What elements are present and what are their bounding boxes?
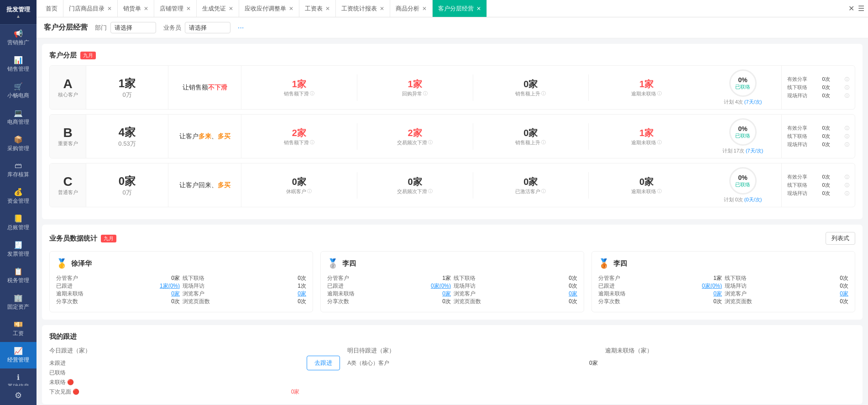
- biz-card-1: 🥈 李四 分管客户 1家 已跟进 0家(0%) 逾期未联络 0家 分享次数 0次…: [320, 251, 584, 312]
- tab-salary-report[interactable]: 工资统计报表✕: [336, 0, 390, 17]
- tab-close-salary-report[interactable]: ✕: [380, 5, 384, 12]
- goto-followup-container: 去跟进: [307, 347, 340, 397]
- department-select[interactable]: 请选择: [110, 22, 156, 33]
- biz-stat-val-1-0-l: 1家: [442, 274, 451, 282]
- side-info-icon-1[interactable]: ⓘ: [845, 84, 849, 91]
- sidebar-item-caigou[interactable]: 📦采购管理: [0, 131, 37, 157]
- contact-period-c[interactable]: (0天/次): [744, 197, 762, 202]
- biz-stat-val-2-1-l[interactable]: 0家(0%): [702, 282, 722, 290]
- info-icon[interactable]: ⓘ: [428, 188, 433, 195]
- biz-stats-grid-0: 分管客户 0家 已跟进 1家(0%) 逾期未联络 0家 分享次数 0次 线下联络…: [56, 274, 306, 305]
- sidebar-item-gongzi[interactable]: 💴工资: [0, 316, 37, 342]
- sidebar-item-xiaoshou[interactable]: 📊销售管理: [0, 51, 37, 78]
- follow-row: 已联络: [49, 368, 299, 378]
- tab-salary[interactable]: 工资表✕: [299, 0, 336, 17]
- side-info-icon-2[interactable]: ⓘ: [845, 93, 849, 99]
- biz-stat-val-1-1-l[interactable]: 0家(0%): [431, 282, 451, 290]
- window-close-icon[interactable]: ✕: [848, 4, 854, 13]
- info-icon[interactable]: ⓘ: [428, 139, 433, 146]
- sidebar-item-gudingzichan[interactable]: 🏢固定资产: [0, 289, 37, 316]
- sidebar-item-jingying[interactable]: 📈经营管理: [0, 342, 37, 368]
- biz-stat-val-1-2-r[interactable]: 0家: [569, 290, 577, 298]
- side-stat-label-1: 线下联络: [787, 133, 807, 140]
- info-icon[interactable]: ⓘ: [657, 90, 662, 97]
- info-icon[interactable]: ⓘ: [310, 139, 314, 146]
- sidebar-item-zijin[interactable]: 💰资金管理: [0, 183, 37, 210]
- tab-home[interactable]: 首页: [40, 0, 63, 17]
- info-icon[interactable]: ⓘ: [310, 90, 314, 97]
- tab-close-customer-segment[interactable]: ✕: [476, 5, 481, 12]
- biz-stat-val-0-2-r[interactable]: 0家: [298, 290, 306, 298]
- tab-label-salary: 工资表: [305, 5, 323, 13]
- biz-stat-val-0-0-r: 0次: [298, 274, 306, 282]
- tab-payable[interactable]: 应收应付调整单✕: [239, 0, 299, 17]
- sidebar-item-dianshang[interactable]: 💻电商管理: [0, 104, 37, 131]
- window-menu-icon[interactable]: ☰: [858, 4, 864, 13]
- side-stat-label-2: 现场拜访: [787, 92, 807, 99]
- info-icon[interactable]: ⓘ: [541, 188, 546, 195]
- biz-stat-label-1-3-r: 浏览页面数: [454, 298, 481, 305]
- tab-close-sales-order[interactable]: ✕: [144, 5, 148, 12]
- sidebar-logo[interactable]: 批发管理 ▲: [0, 0, 37, 25]
- biz-stat-left-2-1: 已跟进 0家(0%): [598, 282, 722, 290]
- department-label: 部门: [95, 24, 107, 32]
- tab-customer-segment[interactable]: 客户分层经营✕: [433, 0, 487, 17]
- more-filters-icon[interactable]: ···: [238, 24, 244, 32]
- biz-stat-val-0-1-l[interactable]: 1家(0%): [160, 282, 180, 290]
- side-info-icon-1[interactable]: ⓘ: [845, 182, 849, 189]
- biz-stat-label-0-0-r: 线下联络: [183, 274, 204, 282]
- info-icon[interactable]: ⓘ: [541, 139, 546, 146]
- biz-stat-label-0-3-r: 浏览页面数: [183, 298, 210, 305]
- biz-stat-val-2-1-r: 0次: [840, 282, 848, 290]
- tier-b-stat-num-2: 0家: [523, 127, 538, 139]
- tier-a-stat-num-3: 1家: [639, 78, 654, 90]
- side-info-icon-1[interactable]: ⓘ: [845, 133, 849, 140]
- tab-sales-order[interactable]: 销货单✕: [118, 0, 154, 17]
- side-info-icon-0[interactable]: ⓘ: [845, 174, 849, 180]
- sidebar-label-fapiao: 发票管理: [7, 250, 29, 258]
- tab-store-mgmt[interactable]: 店铺管理✕: [154, 0, 197, 17]
- sidebar-item-fapiao[interactable]: 🧾发票管理: [0, 236, 37, 263]
- sidebar-item-jichu[interactable]: ℹ基础信息: [0, 368, 37, 386]
- biz-stats-right-1: 线下联络 0次 现场拜访 0次 浏览客户 0家 浏览页面数 0次: [454, 274, 577, 305]
- salesperson-select[interactable]: 请选择: [185, 22, 230, 33]
- side-info-icon-0[interactable]: ⓘ: [845, 125, 849, 131]
- tier-a-stat-num-1: 1家: [408, 78, 422, 90]
- list-view-button[interactable]: 列表式: [826, 232, 855, 245]
- sidebar-item-shuiwu[interactable]: 📋税务管理: [0, 263, 37, 289]
- tab-close-store-products[interactable]: ✕: [107, 5, 112, 12]
- side-info-icon-2[interactable]: ⓘ: [845, 190, 849, 197]
- info-icon[interactable]: ⓘ: [423, 90, 428, 97]
- tab-product-analysis[interactable]: 商品分析✕: [390, 0, 433, 17]
- biz-stat-val-0-2-l[interactable]: 0家: [171, 290, 180, 298]
- tab-close-salary[interactable]: ✕: [325, 5, 330, 12]
- sidebar-item-kucun[interactable]: 🗃库存核算: [0, 157, 37, 183]
- tab-store-products[interactable]: 门店商品目录✕: [63, 0, 118, 17]
- contact-period-b[interactable]: (7天/次): [746, 148, 763, 153]
- contact-period-a[interactable]: (7天/次): [744, 99, 762, 105]
- sidebar-item-zongzhang[interactable]: 📒总账管理: [0, 210, 37, 236]
- tab-close-store-mgmt[interactable]: ✕: [186, 5, 191, 12]
- info-icon[interactable]: ⓘ: [657, 139, 662, 146]
- biz-stat-left-1-2: 逾期未联络 0家: [327, 290, 451, 298]
- tab-label-store-mgmt: 店铺管理: [160, 5, 183, 13]
- tab-close-payable[interactable]: ✕: [289, 5, 293, 12]
- tab-voucher[interactable]: 生成凭证✕: [197, 0, 239, 17]
- biz-stat-val-2-2-r[interactable]: 0家: [840, 290, 848, 298]
- goto-followup-button[interactable]: 去跟进: [307, 356, 340, 370]
- info-icon[interactable]: ⓘ: [541, 90, 546, 97]
- settings-icon[interactable]: ⚙: [0, 386, 37, 405]
- biz-stat-val-1-2-l[interactable]: 0家: [442, 290, 451, 298]
- sidebar-item-yingxiao[interactable]: 📢营销推广: [0, 25, 37, 51]
- info-icon[interactable]: ⓘ: [657, 188, 662, 195]
- biz-card-header-1: 🥈 李四: [327, 258, 577, 269]
- biz-stat-val-2-2-l[interactable]: 0家: [713, 290, 722, 298]
- side-info-icon-2[interactable]: ⓘ: [845, 142, 849, 148]
- tier-letter-b: B: [63, 126, 72, 140]
- info-icon[interactable]: ⓘ: [307, 188, 312, 195]
- sidebar-icon-kucun: 🗃: [15, 162, 22, 170]
- side-info-icon-0[interactable]: ⓘ: [845, 76, 849, 83]
- tab-close-voucher[interactable]: ✕: [229, 5, 233, 12]
- sidebar-item-xiaodian[interactable]: 🛒小畅电商: [0, 78, 37, 104]
- tab-close-product-analysis[interactable]: ✕: [422, 5, 427, 12]
